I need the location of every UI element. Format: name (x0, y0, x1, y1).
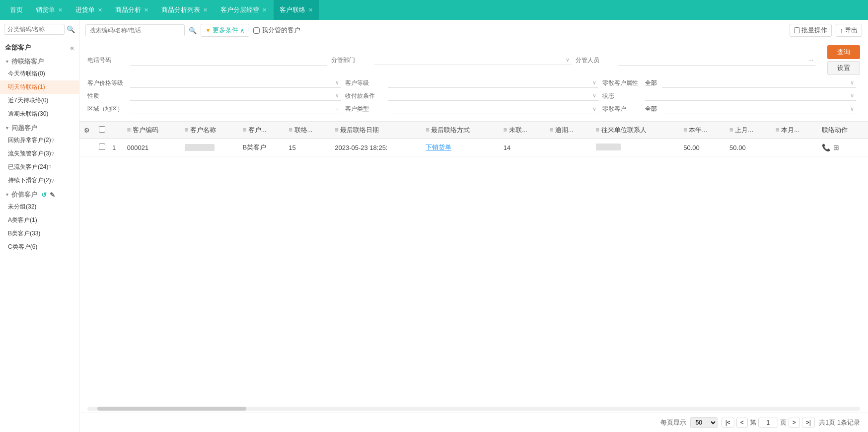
close-icon[interactable]: ✕ (262, 7, 267, 13)
batch-op-button[interactable]: 批量操作 (790, 24, 832, 37)
cell-this-year: 50.00 (680, 139, 726, 156)
filter-input-phone[interactable] (130, 55, 327, 66)
filter-actions: 查询 设置 (827, 45, 860, 75)
col-header-name[interactable]: ≡ 客户名称 (182, 122, 239, 139)
edit-icon[interactable]: ✎ (50, 191, 55, 199)
triangle-icon: ▼ (5, 126, 9, 131)
sidebar-item-a-class[interactable]: A类客户(1) (0, 214, 79, 227)
query-button[interactable]: 查询 (827, 45, 860, 59)
sidebar-item-tomorrow[interactable]: 明天待联络(1) (0, 80, 79, 94)
export-button[interactable]: ↑ 导出 (836, 24, 863, 37)
settings-button[interactable]: 设置 (827, 61, 860, 75)
filter-label-nature: 性质 (87, 92, 127, 100)
col-header-unit-contact[interactable]: ≡ 往来单位联系人 (593, 122, 681, 139)
sidebar-item-overdue[interactable]: 逾期未联络(30) (0, 107, 79, 121)
my-customers-checkbox[interactable] (253, 27, 260, 34)
chevron-down-icon: ∨ (335, 79, 339, 86)
triangle-icon: ▼ (5, 192, 9, 197)
col-header-contact[interactable]: ≡ 联络... (286, 122, 332, 139)
table-row: 1 000021 Ea B类客户 15 2023-05-23 18:25: 下销… (79, 139, 868, 156)
nav-customer-contact[interactable]: 客户联络 ✕ (274, 0, 319, 20)
sidebar-item-churn-warning[interactable]: 流失预警客户(3) ? (0, 147, 79, 160)
filter-select-dept[interactable]: ∨ (374, 55, 571, 65)
page-number-input[interactable] (758, 418, 778, 428)
col-header-this-year[interactable]: ≡ 本年... (680, 122, 726, 139)
search-input[interactable] (85, 24, 185, 36)
col-header-type[interactable]: ≡ 客户... (239, 122, 286, 139)
sidebar-search-icon[interactable]: 🔍 (67, 25, 75, 33)
filter-label-price-level: 客户价格等级 (87, 79, 127, 87)
filter-select-payment[interactable]: ∨ (388, 91, 599, 101)
filter-retail-attr: 零散客户属性 全部 ∨ (602, 78, 860, 88)
grid-icon[interactable]: ⊞ (833, 144, 839, 151)
col-header-last-contact-date[interactable]: ≡ 最后联络日期 (332, 122, 423, 139)
filter-row-4: 区域（地区） ··· 客户类型 ∨ 零散客户 全部 (87, 104, 860, 114)
page-size-select[interactable]: 50 100 200 (690, 417, 718, 428)
sidebar-item-c-class[interactable]: C类客户(6) (0, 240, 79, 254)
sidebar-item-today[interactable]: 今天待联络(0) (0, 67, 79, 80)
close-icon[interactable]: ✕ (308, 7, 313, 13)
group-value-customers: ▼ 价值客户 ↺ ✎ (0, 187, 79, 200)
sidebar-item-repurchase-abnormal[interactable]: 回购异常客户(2) ? (0, 134, 79, 147)
batch-checkbox[interactable] (794, 27, 800, 33)
nav-home[interactable]: 首页 (4, 0, 29, 20)
filter-row-1: 电话号码 分管部门 ∨ 分管人员 ··· 查询 (87, 45, 860, 75)
filter-select-customer-type[interactable]: ∨ (388, 104, 599, 114)
my-customers-filter: 我分管的客户 (253, 26, 300, 35)
more-conditions-button[interactable]: ▼ 更多条件 ∧ (201, 24, 249, 37)
cell-overdue (547, 139, 593, 156)
col-header-last-month[interactable]: ≡ 上月... (726, 122, 773, 139)
prev-page-button[interactable]: < (736, 418, 748, 428)
sidebar-item-ungrouped[interactable]: 未分组(32) (0, 200, 79, 214)
scrollbar-thumb[interactable] (97, 407, 246, 411)
close-icon[interactable]: ✕ (144, 7, 148, 13)
first-page-button[interactable]: |< (722, 418, 734, 428)
last-page-button[interactable]: >| (802, 418, 815, 428)
advanced-filter-panel: 电话号码 分管部门 ∨ 分管人员 ··· 查询 (79, 41, 868, 122)
nav-product-analysis[interactable]: 商品分析 ✕ (109, 0, 154, 20)
filter-select-retail-attr[interactable]: ∨ (662, 78, 856, 88)
filter-select-customer-level[interactable]: ∨ (388, 78, 599, 88)
filter-select-retail-customer[interactable]: ∨ (662, 104, 856, 114)
filter-dots-manager[interactable]: ··· (808, 57, 813, 64)
filter-select-status[interactable]: ∨ (645, 91, 856, 101)
filter-select-nature[interactable]: ∨ (130, 91, 341, 101)
close-icon[interactable]: ✕ (58, 7, 63, 13)
cell-contact: 15 (286, 139, 332, 156)
chevron-icon: ∧ (240, 27, 245, 34)
col-header-code[interactable]: ≡ 客户编码 (124, 122, 182, 139)
close-icon[interactable]: ✕ (203, 7, 208, 13)
col-header-this-month[interactable]: ≡ 本月... (773, 122, 819, 139)
col-header-not-contacted[interactable]: ≡ 未联... (501, 122, 547, 139)
filter-label-customer-type: 客户类型 (345, 105, 385, 113)
link-last-contact-method[interactable]: 下销货单 (426, 144, 451, 151)
filter-row-2: 客户价格等级 ∨ 客户等级 ∨ 零散客户属性 全部 (87, 78, 860, 88)
sidebar-item-b-class[interactable]: B类客户(33) (0, 227, 79, 240)
nav-customer-tier[interactable]: 客户分层经营 ✕ (215, 0, 273, 20)
filter-customer-type: 客户类型 ∨ (345, 104, 603, 114)
nav-sales-order[interactable]: 销货单 ✕ (30, 0, 69, 20)
col-header-settings[interactable]: ⚙ (79, 122, 94, 139)
collapse-icon[interactable]: « (70, 44, 74, 52)
nav-purchase-order[interactable]: 进货单 ✕ (70, 0, 108, 20)
search-icon[interactable]: 🔍 (189, 27, 197, 34)
sidebar-item-7days[interactable]: 近7天待联络(0) (0, 94, 79, 107)
col-header-last-contact-method[interactable]: ≡ 最后联络方式 (423, 122, 501, 139)
row-checkbox[interactable] (99, 144, 105, 150)
sidebar-item-churned[interactable]: 已流失客户(24) ? (0, 160, 79, 174)
refresh-icon[interactable]: ↺ (41, 191, 47, 199)
filter-dots-region[interactable]: ··· (334, 105, 339, 112)
horizontal-scrollbar[interactable] (87, 407, 860, 411)
select-all-checkbox[interactable] (99, 126, 105, 133)
filter-dept: 分管部门 ∨ (331, 55, 575, 65)
close-icon[interactable]: ✕ (98, 7, 102, 13)
toolbar-right: 批量操作 ↑ 导出 (790, 24, 863, 37)
sidebar-item-declining[interactable]: 持续下滑客户(2) ? (0, 174, 79, 187)
next-page-button[interactable]: > (789, 418, 800, 428)
col-header-overdue[interactable]: ≡ 逾期... (547, 122, 593, 139)
page-navigation: |< < 第 页 > >| (722, 418, 815, 428)
nav-product-analysis-list[interactable]: 商品分析列表 ✕ (155, 0, 214, 20)
sidebar-search-input[interactable] (4, 24, 65, 35)
filter-select-price-level[interactable]: ∨ (130, 78, 341, 88)
call-icon[interactable]: 📞 (822, 144, 830, 151)
